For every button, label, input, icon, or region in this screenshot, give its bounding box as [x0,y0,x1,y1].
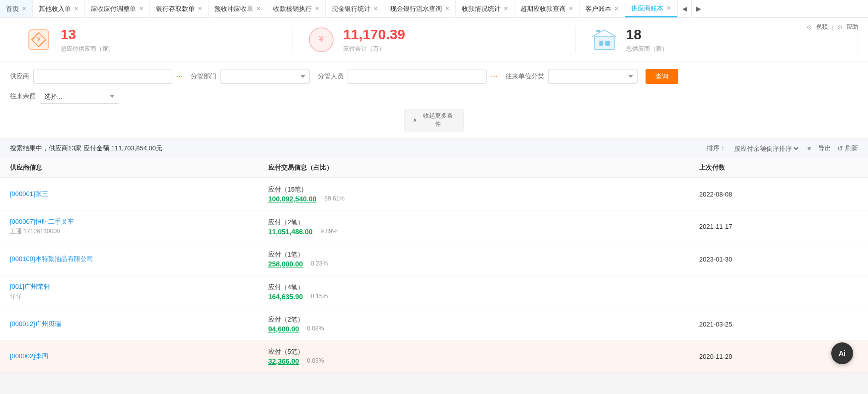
nav-other-income[interactable]: 其他收入单 ✕ [33,0,85,17]
last-payment-cell: 2023-01-30 [699,256,858,263]
nav-overdue-ar-label: 超期应收款查询 [520,4,566,13]
balance-select[interactable]: 选择... [40,89,119,104]
last-payment-date: 2021-03-25 [699,321,732,328]
nav-vendor-ledger-label: 供应商账本 [631,4,663,13]
nav-prev-arrow[interactable]: ◀ [677,0,691,18]
nav-receipt-stat-label: 收款情况统计 [462,4,501,13]
filter-row-1: 供应商 ··· 分管部门 分管人员 ··· 往来单位分类 查询 [10,69,858,84]
nav-bank-deposit[interactable]: 银行存取款单 ✕ [150,0,209,17]
result-actions: 排序： 按应付余额倒序排序 ▼ 导出 ↺ 刷新 [707,144,858,153]
nav-close-icon[interactable]: ✕ [315,5,319,12]
txn-amount[interactable]: 32,366.00 [268,357,299,365]
balance-label: 往来余额 [10,92,36,101]
svg-rect-7 [596,30,600,32]
nav-cash-bank-flow-label: 现金银行流水查询 [390,4,442,13]
nav-close-icon[interactable]: ✕ [445,5,449,12]
person-label: 分管人员 [318,72,344,81]
last-payment-date: 2023-01-30 [699,256,732,263]
filter-person: 分管人员 ··· [318,69,497,84]
collapse-button[interactable]: ∧ 收起更多条件 [404,109,464,131]
nav-overdue-ar[interactable]: 超期应收款查询 ✕ [514,0,579,17]
nav-close-icon[interactable]: ✕ [666,5,671,11]
nav-close-icon[interactable]: ✕ [256,5,261,12]
table-row: [000007]恒旺二手叉车 王通 17106110000 应付（2笔） 11,… [0,210,868,243]
ap-suppliers-number: 13 [61,26,114,43]
result-bar: 搜索结果中，供应商13家 应付金额 111,703,854.00元 排序： 按应… [0,139,868,158]
supplier-name-link[interactable]: [000012]广州贝瑞 [10,320,61,328]
nav-close-icon[interactable]: ✕ [74,5,78,12]
refresh-button[interactable]: ↺ 刷新 [837,144,858,153]
nav-close-icon[interactable]: ✕ [614,5,619,12]
nav-customer-ledger[interactable]: 客户账本 ✕ [579,0,625,17]
nav-receipt-stat[interactable]: 收款情况统计 ✕ [456,0,514,17]
last-payment-cell: 2022-08-08 [699,191,858,198]
search-button[interactable]: 查询 [646,69,678,84]
supplier-name-link[interactable]: [000001]张三 [10,190,48,197]
person-more-icon[interactable]: ··· [491,72,497,81]
total-suppliers-label: 总供应商（家） [626,45,668,53]
filter-area: 供应商 ··· 分管部门 分管人员 ··· 往来单位分类 查询 [0,62,868,139]
nav-prepay-charge[interactable]: 预收冲应收单 ✕ [209,0,267,17]
refresh-icon: ↺ [837,144,843,152]
nav-next-arrow[interactable]: ▶ [691,0,705,18]
sort-label: 排序： [707,144,726,153]
svg-rect-4 [594,37,614,50]
svg-text:¥: ¥ [319,34,324,44]
nav-home[interactable]: 首页 ✕ [0,0,33,17]
txn-amount[interactable]: 11,051,486.00 [268,228,313,236]
col-header-txn: 应付交易信息（占比） [268,163,699,172]
txn-amount[interactable]: 100,092,540.00 [268,195,316,203]
svg-rect-5 [599,41,603,46]
nav-ar-ap-adjust[interactable]: 应收应付调整单 ✕ [85,0,150,17]
txn-percent: 0.03% [307,357,324,364]
top-navigation: 首页 ✕ 其他收入单 ✕ 应收应付调整单 ✕ 银行存取款单 ✕ 预收冲应收单 ✕… [0,0,868,18]
supplier-info-cell: [000100]本特勤油品有限公司 [10,255,268,263]
nav-close-icon[interactable]: ✕ [22,5,26,12]
export-button[interactable]: 导出 [818,144,831,153]
nav-close-icon[interactable]: ✕ [139,5,144,12]
total-suppliers-number: 18 [626,26,668,43]
txn-info: 94,600.00 0.08% [268,324,699,333]
supplier-name-link[interactable]: [000100]本特勤油品有限公司 [10,255,93,263]
video-link[interactable]: 视频 [816,23,828,31]
supplier-sub: 仔仔 [10,292,268,301]
nav-close-icon[interactable]: ✕ [569,5,573,12]
sort-select[interactable]: 按应付余额倒序排序 [732,144,800,153]
supplier-info-cell: [000001]张三 [10,190,268,198]
txn-amount[interactable]: 94,600.00 [268,325,299,333]
nav-receipt-verify-label: 收款核销执行 [273,4,312,13]
ai-badge[interactable]: Ai [831,342,853,364]
ap-total-icon: ¥ [307,26,335,54]
txn-amount[interactable]: 258,000.00 [268,260,303,268]
nav-close-icon[interactable]: ✕ [373,5,378,12]
txn-type: 应付（2笔） [268,315,699,324]
help-link[interactable]: 帮助 [846,23,858,31]
summary-content-ap-suppliers: 13 总应付供应商（家） [61,26,114,54]
supplier-name-link[interactable]: [000007]恒旺二手叉车 [10,218,74,225]
table-row: [000100]本特勤油品有限公司 应付（1笔） 258,000.00 0.23… [0,243,868,275]
supplier-name-link[interactable]: [001]广州荣轩 [10,283,50,290]
dept-select[interactable] [220,69,310,84]
supplier-name-link[interactable]: [000002]李四 [10,352,48,360]
category-select[interactable] [548,69,638,84]
collapse-label: 收起更多条件 [420,112,455,129]
last-payment-date: 2022-08-08 [699,191,732,198]
supplier-input[interactable] [33,69,172,84]
txn-amount[interactable]: 164,635.90 [268,293,303,301]
nav-cash-bank-stat[interactable]: 现金银行统计 ✕ [326,0,384,17]
nav-receipt-verify[interactable]: 收款核销执行 ✕ [267,0,326,17]
nav-vendor-ledger[interactable]: 供应商账本 ✕ [625,0,677,17]
nav-cash-bank-flow[interactable]: 现金银行流水查询 ✕ [384,0,456,17]
table-row: [001]广州荣轩 仔仔 应付（4笔） 164,635.90 0.15% [0,275,868,308]
txn-percent: 89.61% [324,195,345,202]
nav-close-icon[interactable]: ✕ [198,5,202,12]
txn-info-cell: 应付（5笔） 32,366.00 0.03% [268,347,699,365]
total-suppliers-icon [590,26,618,54]
supplier-label: 供应商 [10,72,29,81]
nav-close-icon[interactable]: ✕ [504,5,508,12]
last-payment-date: 2020-11-20 [699,353,732,360]
person-input[interactable] [348,69,487,84]
supplier-more-icon[interactable]: ··· [176,72,183,81]
txn-info: 258,000.00 0.23% [268,259,699,268]
txn-type: 应付（5笔） [268,347,699,356]
